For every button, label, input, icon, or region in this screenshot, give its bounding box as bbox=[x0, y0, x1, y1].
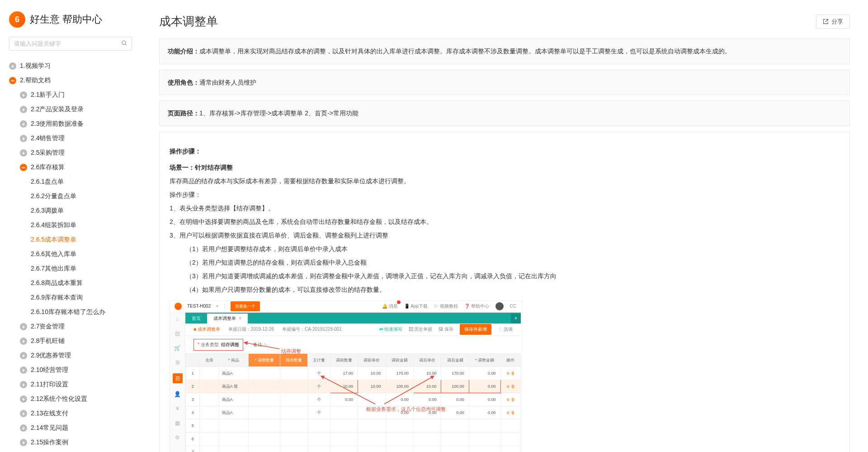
nav-item[interactable]: 2.6.7其他出库单 bbox=[9, 262, 132, 276]
nav-item[interactable]: 2.3使用前数据准备 bbox=[9, 117, 132, 131]
fig-box-icon: ⊞ bbox=[174, 359, 181, 366]
fig-topbar: TEST-H002 ▾ | 我要换一个 🔔 消息 📱 App下载 ▷ 视频教程 … bbox=[170, 301, 521, 313]
nav-label: 2.2产品安装及登录 bbox=[31, 105, 84, 114]
nav-label: 2.6.5成本调整单 bbox=[31, 236, 76, 244]
logo-icon: 6 bbox=[9, 11, 25, 28]
nav-item[interactable]: 2.6.2分量盘点单 bbox=[9, 189, 132, 204]
nav-item[interactable]: 2.8手机旺铺 bbox=[9, 334, 132, 348]
expand-icon bbox=[20, 338, 27, 345]
nav-item[interactable]: 2.14常见问题 bbox=[9, 421, 132, 435]
nav-item[interactable]: 2.6.8商品成本重算 bbox=[9, 276, 132, 290]
nav-item[interactable]: 2.13在线支付 bbox=[9, 406, 132, 421]
expand-icon bbox=[20, 120, 27, 128]
step-2: 2、在明细中选择要调整的商品及仓库，系统会自动带出结存数量和结存金额，以及结存成… bbox=[170, 215, 840, 228]
role-card: 使用角色：通常由财务人员维护 bbox=[159, 70, 850, 95]
expand-icon bbox=[20, 366, 27, 374]
intro-text: 成本调整单，用来实现对商品结存成本的调整，以及针对具体的出入库单进行成本调整。库… bbox=[199, 48, 731, 55]
role-label: 使用角色： bbox=[168, 79, 199, 86]
page-title: 成本调整单 bbox=[159, 14, 218, 29]
nav-item[interactable]: 1.视频学习 bbox=[9, 59, 132, 73]
fig-annot-label-1: 结存调整 bbox=[281, 346, 301, 356]
fig-tenant: TEST-H002 bbox=[187, 302, 211, 311]
nav-label: 2.6.9库存账本查询 bbox=[31, 294, 83, 302]
nav-item[interactable]: 2.6.1盘点单 bbox=[9, 175, 132, 189]
nav-item[interactable]: 2.7资金管理 bbox=[9, 319, 132, 334]
nav-item[interactable]: 2.12系统个性化设置 bbox=[9, 392, 132, 406]
scene-title: 场景一：针对结存调整 bbox=[170, 161, 840, 174]
step-3-3: （3）若用户知道要调增或调减的成本差值，则在调整金额中录入差值，调增录入正值，记… bbox=[170, 270, 840, 282]
fig-money-icon: ¥ bbox=[174, 405, 181, 412]
fig-cart-icon: 🛒 bbox=[174, 344, 181, 352]
fig-report-icon: ▦ bbox=[174, 419, 181, 427]
nav-label: 1.视频学习 bbox=[20, 62, 51, 70]
figure-screenshot: TEST-H002 ▾ | 我要换一个 🔔 消息 📱 App下载 ▷ 视频教程 … bbox=[170, 300, 522, 452]
fig-tab-home: 首页 bbox=[185, 314, 207, 324]
step-1: 1、表头业务类型选择【结存调整】。 bbox=[170, 202, 840, 214]
nav-item[interactable]: 2.5采购管理 bbox=[9, 146, 132, 160]
nav-label: 2.13在线支付 bbox=[31, 409, 68, 418]
nav-item[interactable]: 2.6.9库存账本查询 bbox=[9, 290, 132, 305]
svg-line-1 bbox=[125, 44, 127, 45]
nav-item[interactable]: 2.11打印设置 bbox=[9, 377, 132, 392]
expand-icon bbox=[20, 381, 27, 388]
fig-help-link: ❓ 帮助中心 bbox=[464, 302, 489, 311]
fig-video-link: ▷ 视频教程 bbox=[434, 302, 458, 311]
nav-label: 2.6.8商品成本重算 bbox=[31, 279, 83, 287]
fig-app-link: 📱 App下载 bbox=[404, 302, 428, 311]
nav-label: 2.6库存核算 bbox=[31, 163, 65, 171]
content-card: 操作步骤： 场景一：针对结存调整 库存商品的结存成本与实际成本有差异，需要根据结… bbox=[159, 132, 850, 452]
intro-label: 功能介绍： bbox=[168, 48, 199, 55]
expand-icon bbox=[20, 352, 27, 359]
nav-item[interactable]: 2.帮助文档 bbox=[9, 73, 132, 88]
nav-label: 2.7资金管理 bbox=[31, 323, 65, 331]
nav-item[interactable]: 2.6.3调拨单 bbox=[9, 204, 132, 218]
sidebar: 6 好生意 帮助中心 1.视频学习2.帮助文档2.1新手入门2.2产品安装及登录… bbox=[0, 0, 141, 452]
nav-label: 2.5采购管理 bbox=[31, 149, 65, 157]
svg-point-0 bbox=[122, 41, 126, 44]
step-3-1: （1）若用户想要调整结存成本，则在调后单价中录入成本 bbox=[170, 243, 840, 255]
nav-label: 2.帮助文档 bbox=[20, 76, 51, 85]
nav-label: 2.10经营管理 bbox=[31, 366, 68, 374]
nav-item[interactable]: 2.6.4组装拆卸单 bbox=[9, 218, 132, 233]
fig-grid: 仓库* 商品* 调整数量现存数量主计量调前数量调前单价调前金额调后单价调后金额*… bbox=[185, 353, 521, 452]
share-button[interactable]: 分享 bbox=[816, 14, 850, 29]
nav-item[interactable]: 2.15操作案例 bbox=[9, 435, 132, 450]
fig-logo-icon bbox=[175, 303, 182, 310]
nav-label: 2.6.3调拨单 bbox=[31, 207, 64, 215]
scene-desc: 库存商品的结存成本与实际成本有差异，需要根据结存数量和实际单位成本进行调整。 bbox=[170, 175, 840, 187]
nav-label: 2.6.4组装拆卸单 bbox=[31, 221, 76, 229]
nav-item[interactable]: 2.6.10库存账本错了怎么办 bbox=[9, 305, 132, 319]
nav-item[interactable]: 2.1新手入门 bbox=[9, 88, 132, 102]
nav-item[interactable]: 2.6.5成本调整单 bbox=[9, 233, 132, 247]
expand-icon bbox=[20, 424, 27, 432]
nav-item[interactable]: 2.10经营管理 bbox=[9, 363, 132, 377]
fig-header-row: * 业务类型 结存调整 备注 ✎ 结存调整 bbox=[185, 336, 521, 353]
fig-avatar-icon bbox=[495, 302, 504, 310]
nav-item[interactable]: 2.6.6其他入库单 bbox=[9, 247, 132, 262]
nav-label: 2.9优惠券管理 bbox=[31, 352, 71, 360]
nav-item[interactable]: 2.9优惠券管理 bbox=[9, 348, 132, 363]
fig-stock-icon: ⊟ bbox=[173, 373, 183, 383]
nav-label: 2.14常见问题 bbox=[31, 424, 68, 432]
fig-user-icon: 👤 bbox=[174, 390, 181, 398]
nav-label: 2.3使用前数据准备 bbox=[31, 120, 84, 128]
search-input[interactable] bbox=[9, 37, 132, 51]
step-3: 3、用户可以根据调整依据直接在调后单价、调后金额、调整金额列上进行调整 bbox=[170, 229, 840, 242]
search-box bbox=[9, 37, 132, 51]
path-label: 页面路径： bbox=[168, 109, 199, 117]
nav-label: 2.4销售管理 bbox=[31, 134, 65, 143]
main-content: 成本调整单 分享 功能介绍：成本调整单，用来实现对商品结存成本的调整，以及针对具… bbox=[141, 0, 868, 452]
nav-label: 2.6.7其他出库单 bbox=[31, 265, 76, 273]
path-text: 1、库存核算->库存管理->成本调整单 2、首页->常用功能 bbox=[199, 109, 359, 117]
fig-switch-button: 我要换一个 bbox=[231, 301, 260, 311]
fig-gear-icon: ⚙ bbox=[174, 434, 181, 441]
expand-icon bbox=[20, 395, 27, 403]
nav-item[interactable]: 2.4销售管理 bbox=[9, 131, 132, 146]
steps-title: 操作步骤： bbox=[170, 145, 840, 157]
nav-label: 2.11打印设置 bbox=[31, 381, 68, 389]
share-icon bbox=[823, 19, 829, 24]
nav-item[interactable]: 2.2产品安装及登录 bbox=[9, 102, 132, 117]
nav-item[interactable]: 2.6库存核算 bbox=[9, 160, 132, 175]
search-icon[interactable] bbox=[121, 40, 127, 48]
steps-sub: 操作步骤： bbox=[170, 188, 840, 201]
